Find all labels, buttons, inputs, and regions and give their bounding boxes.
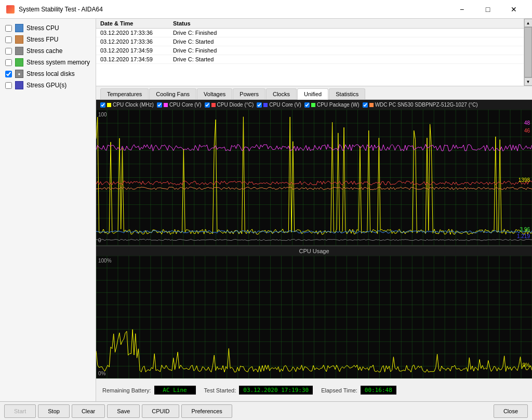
legend-cpu-clock: CPU Clock (MHz) — [100, 102, 154, 108]
legend-cpu-clock-label: CPU Clock (MHz) — [113, 102, 154, 108]
chart1-section: CPU Clock (MHz) CPU Core (V) CPU Diode (… — [96, 100, 532, 246]
elapsed-time-label: Elapsed Time: — [321, 387, 357, 393]
stress-gpu-item[interactable]: Stress GPU(s) — [3, 80, 92, 90]
stress-cache-checkbox[interactable] — [5, 48, 12, 55]
log-col-status: Status — [173, 20, 520, 27]
stress-cpu-item[interactable]: Stress CPU — [3, 23, 92, 33]
test-started-item: Test Started: 03.12.2020 17:19:30 — [204, 386, 313, 395]
legend-cpu-core-v-label: CPU Core (V) — [169, 102, 202, 108]
stress-cache-label[interactable]: Stress cache — [26, 47, 62, 55]
app-icon — [6, 5, 15, 14]
legend-cpu-package-color — [311, 103, 315, 107]
tab-voltages[interactable]: Voltages — [197, 88, 232, 99]
chart2-y-bottom: 0% — [98, 371, 105, 376]
charts-area: CPU Clock (MHz) CPU Core (V) CPU Diode (… — [96, 100, 532, 378]
log-status-1: Drive C: Started — [173, 38, 520, 45]
remaining-battery-label: Remaining Battery: — [102, 387, 151, 393]
scroll-thumb[interactable] — [524, 27, 532, 77]
stress-cpu-checkbox[interactable] — [5, 25, 12, 32]
log-date-1: 03.12.2020 17:33:36 — [100, 38, 173, 45]
minimize-button[interactable]: − — [450, 2, 474, 17]
scroll-down-arrow[interactable]: ▼ — [524, 77, 533, 86]
stress-mem-item[interactable]: Stress system memory — [3, 57, 92, 68]
stress-disk-checkbox[interactable] — [5, 71, 12, 77]
chart2-section: CPU Usage 100% 0% 9% — [96, 246, 532, 378]
chart1-y-bottom: 0 — [98, 238, 101, 243]
legend-wdc-checkbox[interactable] — [363, 102, 368, 108]
preferences-button[interactable]: Preferences — [181, 404, 232, 418]
legend-wdc: WDC PC SN530 SDBPNPZ-512G-1027 (°C) — [363, 102, 478, 108]
stress-disk-item[interactable]: ● Stress local disks — [3, 69, 92, 79]
log-row: 03.12.2020 17:33:36 Drive C: Finished — [96, 29, 524, 37]
clear-button[interactable]: Clear — [72, 404, 105, 418]
tab-powers[interactable]: Powers — [233, 88, 265, 99]
legend-cpu-diode-checkbox[interactable] — [205, 102, 210, 108]
save-button[interactable]: Save — [107, 404, 140, 418]
legend-cpu-clock-checkbox[interactable] — [100, 102, 105, 108]
legend-cpu-package-checkbox[interactable] — [304, 102, 310, 108]
stress-fpu-label[interactable]: Stress FPU — [26, 36, 58, 43]
chart1-val-48: 48 — [524, 120, 530, 126]
log-table: Date & Time Status 03.12.2020 17:33:36 D… — [96, 19, 524, 86]
legend-cpu-core-v2-color — [263, 103, 268, 107]
stress-mem-label[interactable]: Stress system memory — [26, 59, 90, 66]
close-window-button[interactable]: ✕ — [502, 2, 526, 17]
cpuid-button[interactable]: CPUID — [142, 404, 179, 418]
cpu-icon — [15, 24, 23, 32]
status-bar: Remaining Battery: AC Line Test Started:… — [96, 378, 532, 401]
log-row: 03.12.2020 17:33:36 Drive C: Started — [96, 37, 524, 46]
tab-cooling-fans[interactable]: Cooling Fans — [149, 88, 196, 99]
chart2-canvas — [96, 256, 532, 378]
log-status-2: Drive C: Finished — [173, 47, 520, 54]
legend-cpu-core-v-checkbox[interactable] — [157, 102, 162, 108]
legend-cpu-diode-label: CPU Diode (°C) — [217, 102, 254, 108]
log-col-date: Date & Time — [100, 20, 173, 27]
stop-button[interactable]: Stop — [38, 404, 70, 418]
legend-cpu-diode: CPU Diode (°C) — [205, 102, 254, 108]
legend-cpu-package-label: CPU Package (W) — [317, 102, 360, 108]
chart1-val-46: 46 — [524, 128, 530, 134]
tab-unified[interactable]: Unified — [297, 88, 328, 100]
tab-temperatures[interactable]: Temperatures — [100, 88, 149, 99]
remaining-battery-item: Remaining Battery: AC Line — [102, 386, 196, 395]
chart2-canvas-wrapper: 100% 0% 9% — [96, 256, 532, 378]
test-started-label: Test Started: — [204, 387, 236, 393]
tab-clocks[interactable]: Clocks — [266, 88, 297, 99]
chart1-canvas-wrapper: 100 0 48 46 3.96 1.219 1398 — [96, 110, 532, 245]
chart2-val-right: 9% — [523, 362, 530, 368]
stress-mem-checkbox[interactable] — [5, 59, 12, 66]
legend-cpu-core-v2: CPU Core (V) — [257, 102, 301, 108]
stress-gpu-checkbox[interactable] — [5, 82, 12, 89]
stress-fpu-checkbox[interactable] — [5, 36, 12, 43]
main-content: Stress CPU Stress FPU Stress cache Stres… — [0, 19, 532, 401]
tab-statistics[interactable]: Statistics — [329, 88, 365, 99]
log-date-2: 03.12.2020 17:34:59 — [100, 47, 173, 54]
chart1-val-396: 3.96 — [520, 227, 530, 232]
maximize-button[interactable]: □ — [476, 2, 500, 17]
chart1-y-top: 100 — [98, 112, 107, 117]
legend-cpu-core-v: CPU Core (V) — [157, 102, 202, 108]
title-bar: System Stability Test - AIDA64 − □ ✕ — [0, 0, 532, 19]
legend-cpu-diode-color — [211, 103, 216, 107]
stress-fpu-item[interactable]: Stress FPU — [3, 34, 92, 45]
legend-cpu-core-v-color — [164, 103, 168, 107]
stress-cpu-label[interactable]: Stress CPU — [26, 24, 59, 32]
legend-cpu-package: CPU Package (W) — [304, 102, 360, 108]
scroll-up-arrow[interactable]: ▲ — [524, 19, 533, 27]
stress-gpu-label[interactable]: Stress GPU(s) — [26, 82, 66, 89]
mem-icon — [15, 58, 23, 67]
right-panel: Date & Time Status 03.12.2020 17:33:36 D… — [96, 19, 532, 401]
start-button[interactable]: Start — [4, 404, 36, 418]
log-status-0: Drive C: Finished — [173, 30, 520, 36]
log-date-3: 03.12.2020 17:34:59 — [100, 56, 173, 62]
close-button[interactable]: Close — [494, 404, 528, 418]
legend-cpu-core-v2-checkbox[interactable] — [257, 102, 262, 108]
fpu-icon — [15, 35, 23, 44]
chart1-legend: CPU Clock (MHz) CPU Core (V) CPU Diode (… — [96, 100, 532, 110]
stress-cache-item[interactable]: Stress cache — [3, 46, 92, 56]
disk-icon: ● — [15, 70, 23, 78]
stress-disk-label[interactable]: Stress local disks — [26, 70, 75, 77]
elapsed-time-value: 00:16:48 — [361, 386, 396, 395]
log-scrollbar[interactable]: ▲ ▼ — [524, 19, 532, 86]
legend-cpu-clock-color — [107, 103, 111, 107]
